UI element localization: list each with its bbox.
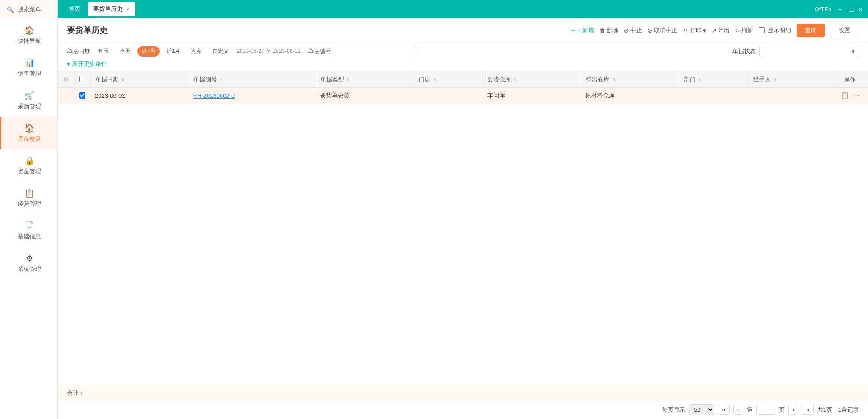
- expand-more-button[interactable]: ▾ 展开更多条件: [67, 60, 859, 70]
- sidebar-item-finance[interactable]: 🔒 资金管理: [0, 149, 57, 182]
- col-store-label: 门店: [419, 76, 430, 83]
- table-area: ⚙ 单据日期 ⇅ 单据编号 ⇅: [58, 72, 868, 386]
- col-pending-wh-label: 待出仓库: [586, 76, 609, 83]
- delete-icon: 🗑: [599, 27, 605, 34]
- stop-button[interactable]: ⊘ 中止: [624, 26, 642, 34]
- date-btn-more[interactable]: 更多: [187, 46, 206, 57]
- print-button[interactable]: 🖨 打印 ▾: [683, 26, 706, 34]
- sidebar-item-system[interactable]: ⚙ 系统管理: [0, 247, 57, 280]
- pagination-prev[interactable]: ‹: [733, 405, 743, 415]
- row-checkbox-cell[interactable]: [74, 88, 90, 104]
- date-filter: 单据日期 昨天 今天 近7天 近1月 更多 自定义 2023-05-27 至 2…: [67, 46, 301, 57]
- col-action-label: 操作: [844, 76, 856, 83]
- page-title: 要货单历史: [67, 25, 570, 36]
- window-close-icon[interactable]: ×: [859, 5, 863, 13]
- refresh-label: 刷新: [741, 26, 753, 34]
- sidebar-item-sales[interactable]: 📊 销售管理: [0, 52, 57, 84]
- sidebar-search[interactable]: 🔍 搜索菜单: [0, 0, 57, 19]
- tab-close-icon[interactable]: ×: [125, 5, 130, 13]
- cancel-stop-button[interactable]: ⊘ 取消中止: [647, 26, 677, 34]
- inventory-icon: 🏠: [24, 123, 34, 133]
- query-button[interactable]: 查询: [797, 24, 825, 37]
- status-filter: 单据状态 ▾: [732, 46, 859, 57]
- sort-store-icon[interactable]: ⇅: [433, 77, 437, 82]
- sort-handler-icon[interactable]: ⇅: [773, 77, 777, 82]
- operation-icon: 📋: [24, 188, 34, 198]
- status-dropdown-icon: ▾: [852, 48, 855, 55]
- table-gear-icon[interactable]: ⚙: [63, 76, 69, 83]
- window-minimize-icon[interactable]: －: [837, 5, 844, 14]
- search-icon: 🔍: [7, 6, 14, 13]
- per-page-select[interactable]: 50 100 200: [689, 404, 714, 415]
- basic-icon: 📄: [24, 221, 34, 231]
- sort-pending-wh-icon[interactable]: ⇅: [612, 77, 616, 82]
- window-maximize-icon[interactable]: □: [849, 5, 853, 13]
- date-btn-yesterday[interactable]: 昨天: [94, 46, 113, 57]
- sidebar-item-basic[interactable]: 📄 基础信息: [0, 214, 57, 247]
- row-more-icon[interactable]: ⋯: [853, 91, 859, 100]
- col-action: 操作: [832, 72, 868, 88]
- row-edit-icon[interactable]: 📋: [840, 91, 849, 100]
- sort-req-wh-icon[interactable]: ⇅: [514, 77, 517, 82]
- date-btn-custom[interactable]: 自定义: [208, 46, 233, 57]
- sidebar: 🔍 搜索菜单 🏠 快捷导航 📊 销售管理 🛒 采购管理 🏠 库存核算 🔒 资金管…: [0, 0, 58, 419]
- new-button[interactable]: ＋ + 新增: [570, 26, 594, 34]
- row-pending-wh: 原材料仓库: [581, 88, 679, 104]
- row-doc-no[interactable]: YH-20230602-d: [189, 88, 316, 104]
- system-icon: ⚙: [26, 253, 33, 263]
- pagination-next[interactable]: ›: [788, 405, 798, 415]
- sidebar-item-label: 销售管理: [18, 70, 41, 78]
- tab-active[interactable]: 要货单历史 ×: [88, 2, 135, 16]
- total-label: 合计：: [67, 390, 85, 396]
- display-checkbox[interactable]: [759, 27, 765, 33]
- row-doc-type: 要货单要货: [316, 88, 414, 104]
- sort-dept-icon[interactable]: ⇅: [698, 77, 702, 82]
- col-checkbox[interactable]: [74, 72, 90, 88]
- new-icon: ＋: [570, 26, 576, 34]
- row-doc-no-link[interactable]: YH-20230602-d: [193, 92, 235, 99]
- col-dept: 部门 ⇅: [679, 72, 748, 88]
- delete-button[interactable]: 🗑 删除: [599, 26, 618, 34]
- col-doc-no-label: 单据编号: [193, 76, 217, 83]
- finance-icon: 🔒: [24, 156, 34, 166]
- pagination-prev-prev[interactable]: «: [718, 405, 729, 415]
- sort-date-icon[interactable]: ⇅: [121, 77, 125, 82]
- date-filter-label: 单据日期: [67, 48, 90, 56]
- refresh-button[interactable]: ↻ 刷新: [735, 26, 753, 34]
- display-label: 显示明细: [768, 26, 791, 34]
- setting-button[interactable]: 设置: [830, 24, 859, 37]
- status-select[interactable]: ▾: [760, 46, 859, 57]
- table-row: 2023-06-02 YH-20230602-d 要货单要货 车间库 原材料仓库: [58, 88, 868, 104]
- col-req-wh: 要货仓库 ⇅: [483, 72, 581, 88]
- row-checkbox[interactable]: [79, 92, 85, 99]
- sort-doc-no-icon[interactable]: ⇅: [220, 77, 223, 82]
- select-all-checkbox[interactable]: [79, 76, 85, 82]
- date-btn-last1m[interactable]: 近1月: [162, 46, 184, 57]
- pagination-page-label: 第: [747, 406, 753, 414]
- doc-no-input[interactable]: [335, 46, 416, 57]
- pagination-next-next[interactable]: »: [802, 405, 813, 415]
- display-detail-button[interactable]: 显示明细: [759, 26, 791, 34]
- sidebar-item-purchase[interactable]: 🛒 采购管理: [0, 84, 57, 117]
- doc-no-label: 单据编号: [308, 48, 331, 56]
- sidebar-item-label: 系统管理: [18, 265, 41, 273]
- sidebar-item-operation[interactable]: 📋 经营管理: [0, 182, 57, 214]
- export-button[interactable]: ↗ 导出: [712, 26, 730, 34]
- date-btn-today[interactable]: 今天: [116, 46, 135, 57]
- sidebar-item-quick-nav[interactable]: 🏠 快捷导航: [0, 19, 57, 52]
- tab-home[interactable]: 首页: [63, 2, 86, 16]
- delete-label: 删除: [607, 26, 618, 34]
- sort-doc-type-icon[interactable]: ⇅: [346, 77, 350, 82]
- row-setting-cell: [58, 88, 74, 104]
- topbar: 首页 要货单历史 × OfTEn － □ ×: [58, 0, 868, 18]
- col-doc-type-label: 单据类型: [321, 76, 344, 83]
- content: 要货单历史 ＋ + 新增 🗑 删除 ⊘ 中止 ⊘ 取消中止: [58, 18, 868, 419]
- tab-active-label: 要货单历史: [93, 5, 123, 13]
- date-btn-last7[interactable]: 近7天: [137, 46, 160, 57]
- pagination-page-input[interactable]: 1: [756, 405, 775, 415]
- col-setting[interactable]: ⚙: [58, 72, 74, 88]
- row-req-wh: 车间库: [483, 88, 581, 104]
- row-store: [414, 88, 483, 104]
- sidebar-item-label: 经营管理: [18, 200, 41, 208]
- sidebar-item-inventory[interactable]: 🏠 库存核算: [0, 117, 57, 149]
